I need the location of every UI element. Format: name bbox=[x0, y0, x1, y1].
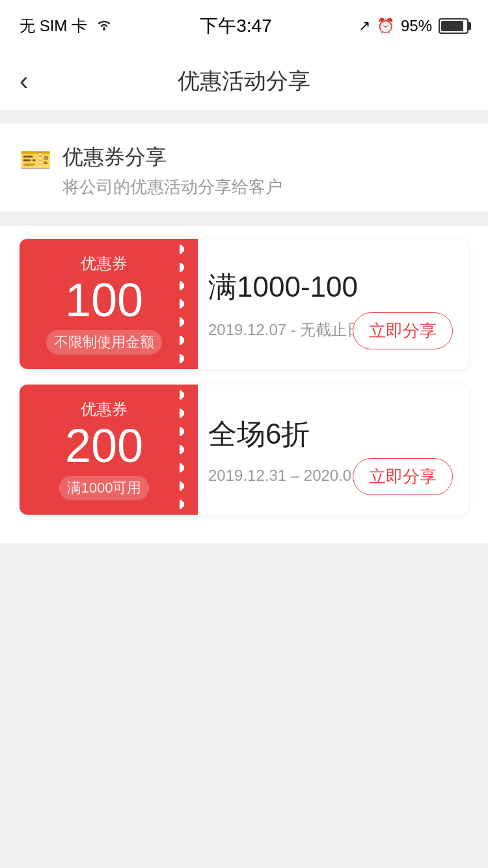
coupon-amount-1: 100 bbox=[65, 277, 143, 323]
coupon-condition-1: 不限制使用金额 bbox=[46, 330, 162, 355]
location-icon: ↗ bbox=[359, 18, 370, 34]
mid-gap bbox=[0, 213, 488, 226]
coupon-right-2: 全场6折 2019.12.31 – 2020.01.07 立即分享 bbox=[189, 385, 468, 515]
status-right: ↗ ⏰ 95% bbox=[359, 17, 468, 35]
coupon-title-1: 满1000-100 bbox=[208, 268, 449, 306]
coupon-title-2: 全场6折 bbox=[208, 415, 449, 454]
coupon-left-2: 优惠券 200 满1000可用 bbox=[20, 385, 189, 515]
battery-icon bbox=[439, 18, 468, 34]
page-title: 优惠活动分享 bbox=[178, 66, 310, 96]
coupon-list: 优惠券 100 不限制使用金额 满1000-100 2019.12.07 - 无… bbox=[0, 226, 488, 543]
status-left: 无 SIM 卡 bbox=[20, 16, 113, 36]
svg-point-0 bbox=[103, 28, 105, 31]
coupon-right-1: 满1000-100 2019.12.07 - 无截止日期 立即分享 bbox=[189, 239, 468, 369]
section-subtitle: 将公司的优惠活动分享给客户 bbox=[62, 176, 282, 198]
coupon-left-1: 优惠券 100 不限制使用金额 bbox=[20, 239, 189, 369]
nav-bar: ‹ 优惠活动分享 bbox=[0, 52, 488, 111]
coupon-share-btn-2[interactable]: 立即分享 bbox=[353, 458, 453, 495]
section-text: 优惠券分享 将公司的优惠活动分享给客户 bbox=[62, 143, 282, 198]
coupon-card-1: 优惠券 100 不限制使用金额 满1000-100 2019.12.07 - 无… bbox=[20, 239, 468, 369]
battery-percent: 95% bbox=[401, 17, 432, 35]
section-icon: 🎫 bbox=[20, 144, 52, 177]
top-gap bbox=[0, 111, 488, 124]
coupon-label-1: 优惠券 bbox=[81, 253, 128, 274]
coupon-share-btn-1[interactable]: 立即分享 bbox=[353, 312, 453, 349]
coupon-card-2: 优惠券 200 满1000可用 全场6折 2019.12.31 – 2020.0… bbox=[20, 385, 468, 515]
back-button[interactable]: ‹ bbox=[20, 66, 28, 96]
section-header: 🎫 优惠券分享 将公司的优惠活动分享给客户 bbox=[0, 124, 488, 211]
status-time: 下午3:47 bbox=[200, 14, 272, 38]
wifi-icon bbox=[95, 17, 113, 35]
coupon-condition-2: 满1000可用 bbox=[59, 476, 150, 500]
section-title: 优惠券分享 bbox=[62, 143, 282, 172]
carrier-label: 无 SIM 卡 bbox=[20, 16, 87, 36]
bottom-area bbox=[0, 543, 488, 868]
coupon-amount-2: 200 bbox=[65, 422, 143, 469]
coupon-label-2: 优惠券 bbox=[81, 399, 128, 420]
alarm-icon: ⏰ bbox=[377, 18, 394, 34]
status-bar: 无 SIM 卡 下午3:47 ↗ ⏰ 95% bbox=[0, 0, 488, 52]
